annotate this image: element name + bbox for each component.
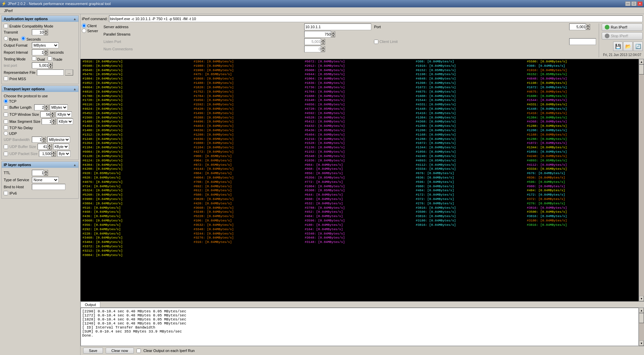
num-connections-input[interactable]: 0 (304, 46, 321, 52)
max-segment-checkbox[interactable] (4, 119, 8, 124)
ttl-down[interactable]: ▼ (44, 173, 48, 176)
max-segment-input[interactable] (42, 118, 52, 124)
output-scrollbar-down[interactable]: ▼ (639, 341, 644, 346)
port-input[interactable]: 5,001 (569, 23, 586, 30)
buffer-length-checkbox[interactable] (4, 105, 8, 110)
enable-compat-checkbox[interactable] (4, 24, 8, 28)
buffer-length-down[interactable]: ▼ (44, 107, 48, 110)
ipv6-checkbox[interactable] (4, 191, 8, 195)
menu-jperf[interactable]: JPerf (1, 8, 15, 13)
listen-port-input[interactable]: 5,001 (304, 38, 321, 45)
rep-file-browse[interactable]: ... (65, 69, 73, 75)
print-mss-checkbox[interactable] (4, 77, 8, 81)
test-port-up[interactable]: ▲ (49, 62, 53, 65)
udp-buffer-down[interactable]: ▼ (48, 147, 52, 150)
tcp-window-up[interactable]: ▲ (50, 111, 54, 114)
transmit-down[interactable]: ▼ (44, 32, 48, 35)
data-scroll[interactable]: #5916: [0.04MBytes/s]#5508: [0.04MBytes/… (80, 59, 639, 301)
titlebar-controls[interactable]: — □ ✕ (625, 1, 643, 6)
open-icon-button[interactable]: 📂 (623, 42, 633, 51)
report-interval-input[interactable] (32, 49, 44, 55)
udp-packet-down[interactable]: ▼ (52, 154, 56, 157)
tos-select[interactable]: None Minimize-Delay Maximize-Throughput … (32, 177, 59, 183)
bind-host-input[interactable] (32, 184, 65, 190)
client-limit-input[interactable] (569, 38, 596, 45)
num-connections-up[interactable]: ▲ (321, 46, 325, 49)
buffer-length-up[interactable]: ▲ (44, 104, 48, 107)
rep-file-input[interactable] (37, 69, 64, 75)
client-limit-checkbox[interactable] (374, 40, 378, 44)
clear-on-run-checkbox[interactable] (137, 349, 141, 353)
command-input[interactable]: bin/iperf.exe -c 10.10.1.1 -P 750 +1 -p … (109, 15, 643, 22)
output-content[interactable]: [2290] 0.0-10.4 sec 0.40 MBytes 0.05 MBy… (80, 308, 639, 346)
port-down[interactable]: ▼ (586, 27, 590, 30)
scrollbar-down[interactable]: ▼ (639, 296, 644, 301)
listen-port-down[interactable]: ▼ (321, 42, 325, 45)
udp-bandwidth-input[interactable] (32, 137, 42, 143)
udp-packet-unit[interactable]: Bytes (57, 151, 70, 157)
output-scrollbar-thumb[interactable] (639, 313, 644, 323)
tcp-radio[interactable] (4, 99, 8, 103)
ttl-up[interactable]: ▲ (44, 170, 48, 173)
transmit-input[interactable]: 10 (32, 29, 44, 35)
transport-layer-header[interactable]: Transport layer options ▲ (2, 86, 78, 92)
output-scrollbar-up[interactable]: ▲ (639, 308, 644, 313)
close-button[interactable]: ✕ (637, 1, 643, 6)
udp-packet-checkbox[interactable] (4, 152, 8, 156)
tcp-no-delay-checkbox[interactable] (4, 125, 8, 130)
save-icon-button[interactable]: 💾 (613, 42, 623, 51)
max-segment-down[interactable]: ▼ (52, 121, 56, 124)
minimize-button[interactable]: — (625, 1, 631, 6)
buffer-length-unit[interactable]: MBytes (50, 104, 68, 110)
refresh-icon-button[interactable]: 🔄 (633, 42, 643, 51)
udp-packet-input[interactable] (39, 151, 52, 157)
udp-buffer-up[interactable]: ▲ (48, 144, 52, 147)
parallel-streams-input[interactable]: 750 (304, 31, 331, 38)
udp-buffer-unit[interactable]: KBytes (53, 144, 69, 150)
tcp-window-unit[interactable]: KBytes (56, 111, 72, 117)
num-connections-down[interactable]: ▼ (321, 49, 325, 52)
max-segment-up[interactable]: ▲ (52, 118, 56, 121)
udp-packet-up[interactable]: ▲ (52, 151, 56, 154)
output-scrollbar-track[interactable] (639, 313, 644, 341)
udp-bandwidth-down[interactable]: ▼ (42, 140, 46, 143)
ttl-input[interactable] (32, 170, 44, 176)
maximize-button[interactable]: □ (631, 1, 637, 6)
scrollbar-track[interactable] (639, 64, 644, 296)
tcp-window-input[interactable] (40, 111, 50, 117)
ip-layer-header[interactable]: IP layer options ▲ (2, 162, 78, 168)
udp-radio[interactable] (4, 131, 8, 136)
clear-now-button[interactable]: Clear now (106, 348, 134, 354)
client-radio[interactable] (82, 23, 86, 28)
listen-port-up[interactable]: ▲ (321, 39, 325, 42)
trade-checkbox[interactable] (48, 56, 52, 61)
max-segment-unit[interactable]: KBytes (57, 118, 73, 124)
seconds-radio[interactable] (21, 36, 25, 41)
tcp-window-down[interactable]: ▼ (50, 114, 54, 117)
server-address-input[interactable]: 10.10.1.1 (304, 23, 371, 30)
parallel-down[interactable]: ▼ (331, 34, 335, 37)
buffer-length-input[interactable] (34, 104, 44, 110)
test-port-input[interactable] (32, 62, 49, 68)
tcp-window-checkbox[interactable] (4, 112, 8, 117)
run-iperf-button[interactable]: Run IPerf! (602, 23, 643, 31)
scrollbar-up[interactable]: ▲ (639, 59, 644, 64)
report-interval-up[interactable]: ▲ (44, 49, 48, 52)
scrollbar-thumb[interactable] (639, 64, 644, 74)
udp-bandwidth-up[interactable]: ▲ (42, 137, 46, 140)
parallel-up[interactable]: ▲ (331, 31, 335, 34)
output-tab[interactable]: Output (80, 302, 100, 307)
udp-bandwidth-unit[interactable]: MBytes/sec (47, 137, 70, 143)
report-interval-down[interactable]: ▼ (44, 52, 48, 55)
stop-iperf-button[interactable]: Stop IPerf! (602, 32, 643, 40)
bytes-radio[interactable] (4, 36, 8, 41)
server-radio[interactable] (82, 29, 86, 33)
test-port-down[interactable]: ▼ (49, 65, 53, 68)
udp-buffer-checkbox[interactable] (4, 145, 8, 149)
output-format-select[interactable]: MBytes (32, 42, 59, 48)
transmit-up[interactable]: ▲ (44, 29, 48, 32)
app-layer-header[interactable]: Application layer options ▲ (2, 16, 78, 22)
port-up[interactable]: ▲ (586, 24, 590, 27)
udp-buffer-input[interactable] (38, 144, 48, 150)
dual-checkbox[interactable] (32, 56, 36, 61)
